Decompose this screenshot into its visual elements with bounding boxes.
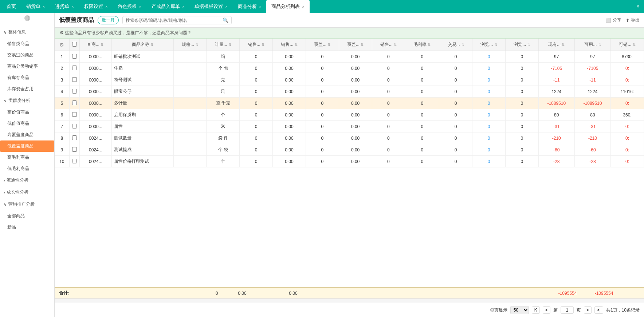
- col-avail[interactable]: 可用... ⇅: [574, 39, 610, 51]
- header-actions: ⬜ 分享 ⬆ 导出: [606, 17, 640, 23]
- tab-purchase[interactable]: 进货单 ×: [50, 0, 79, 13]
- col-checkbox[interactable]: [69, 39, 79, 51]
- sidebar-section-overall[interactable]: ∨ 整体信息: [0, 26, 54, 38]
- row-checkbox[interactable]: [69, 74, 79, 86]
- select-all-checkbox[interactable]: [72, 42, 77, 47]
- tab-template[interactable]: 单据模板设置 ×: [189, 0, 232, 13]
- row-sellable: 11016:: [611, 86, 644, 98]
- row-view1[interactable]: 0: [472, 144, 506, 156]
- sidebar-item-traded-goods[interactable]: 交易过的商品: [0, 49, 54, 61]
- row-view1[interactable]: 0: [472, 98, 506, 109]
- sidebar-item-stock-goods[interactable]: 有库存商品: [0, 72, 54, 83]
- share-button[interactable]: ⬜ 分享: [606, 17, 621, 23]
- col-unit[interactable]: 计量... ⇅: [207, 39, 240, 51]
- row-checkbox[interactable]: [69, 86, 79, 98]
- row-checkbox[interactable]: [69, 121, 79, 132]
- row-sale-amt: 0.00: [273, 63, 306, 74]
- sidebar-item-new-goods[interactable]: 新品: [0, 222, 54, 233]
- row-sale2: 0: [372, 63, 405, 74]
- first-page-button[interactable]: K: [532, 306, 540, 314]
- row-view1[interactable]: 0: [472, 74, 506, 86]
- tab-permission[interactable]: 权限设置 ×: [79, 0, 113, 13]
- row-checkbox[interactable]: [69, 63, 79, 74]
- sidebar-item-high-coverage[interactable]: 高覆盖度商品: [0, 129, 54, 140]
- close-icon[interactable]: ×: [105, 0, 107, 13]
- col-gear[interactable]: ⚙: [55, 39, 69, 51]
- tab-analysis[interactable]: 商品分析 ×: [233, 0, 266, 13]
- next-page-button[interactable]: >: [584, 306, 592, 314]
- sidebar-item-category-rate[interactable]: 商品分类动销率: [0, 61, 54, 72]
- sidebar-item-high-value[interactable]: 高价值商品: [0, 107, 54, 118]
- row-checkbox[interactable]: [69, 98, 79, 109]
- sidebar-item-high-margin[interactable]: 高毛利商品: [0, 152, 54, 163]
- close-icon[interactable]: ×: [71, 0, 74, 13]
- close-icon[interactable]: ×: [302, 0, 304, 13]
- sidebar-section-cluster[interactable]: ∨ 类群度分析: [0, 95, 54, 107]
- row-deal: 0: [439, 132, 472, 144]
- tab-home[interactable]: 首页: [1, 0, 21, 13]
- sidebar-item-all-goods[interactable]: 全部商品: [0, 210, 54, 222]
- row-view1[interactable]: 0: [472, 51, 506, 63]
- row-checkbox[interactable]: [69, 144, 79, 156]
- sidebar-item-sales-goods[interactable]: 销售类商品: [0, 38, 54, 49]
- col-cover1[interactable]: 覆盖... ⇅: [306, 39, 339, 51]
- prev-page-button[interactable]: <: [543, 306, 550, 314]
- row-view1[interactable]: 0: [472, 132, 506, 144]
- col-code[interactable]: ≡ 商... ⇅: [79, 39, 111, 51]
- col-view2[interactable]: 浏览... ⇅: [505, 39, 538, 51]
- col-sale2[interactable]: 销售... ⇅: [372, 39, 405, 51]
- col-stock[interactable]: 现有... ⇅: [538, 39, 574, 51]
- sidebar-collapse-button[interactable]: 《: [24, 15, 30, 21]
- row-view1[interactable]: 0: [472, 109, 506, 121]
- sidebar-item-stock-capital[interactable]: 库存资金占用: [0, 83, 54, 95]
- col-sale-qty[interactable]: 销售... ⇅: [240, 39, 273, 51]
- row-avail: -11: [574, 74, 610, 86]
- col-name[interactable]: 商品名称 ⇅: [111, 39, 173, 51]
- close-icon[interactable]: ×: [225, 0, 227, 13]
- col-spec[interactable]: 规格... ⇅: [173, 39, 207, 51]
- search-input[interactable]: [126, 18, 223, 23]
- horizontal-scrollbar[interactable]: [55, 298, 644, 303]
- row-checkbox[interactable]: [69, 109, 79, 121]
- sidebar-item-low-coverage[interactable]: 低覆盖度商品: [0, 140, 54, 152]
- chevron-down-icon: ∨: [4, 98, 7, 103]
- row-checkbox[interactable]: [69, 156, 79, 167]
- row-checkbox[interactable]: [69, 51, 79, 63]
- row-checkbox[interactable]: [69, 132, 79, 144]
- tab-product-warehouse[interactable]: 产成品入库单 ×: [146, 0, 189, 13]
- row-code: 0000...: [79, 63, 111, 74]
- last-page-button[interactable]: >|: [594, 306, 603, 314]
- page-input[interactable]: [561, 306, 574, 314]
- col-sellable[interactable]: 可销... ⇅: [611, 39, 644, 51]
- row-view1[interactable]: 0: [472, 121, 506, 132]
- row-view1[interactable]: 0: [472, 86, 506, 98]
- row-spec: [173, 86, 207, 98]
- sidebar-item-low-value[interactable]: 低价值商品: [0, 118, 54, 129]
- sidebar-section-growth[interactable]: › 成长性分析: [0, 186, 54, 198]
- col-view1[interactable]: 浏览... ⇅: [472, 39, 506, 51]
- row-sale-amt: 0.00: [273, 51, 306, 63]
- close-icon[interactable]: ×: [139, 0, 141, 13]
- tab-role[interactable]: 角色授权 ×: [113, 0, 146, 13]
- col-sale-amt[interactable]: 销售... ⇅: [273, 39, 306, 51]
- close-icon[interactable]: ×: [43, 0, 45, 13]
- sidebar-section-liquidity[interactable]: › 流通性分析: [0, 174, 54, 186]
- close-icon[interactable]: ×: [182, 0, 184, 13]
- row-view1[interactable]: 0: [472, 156, 506, 167]
- sidebar-item-low-margin[interactable]: 低毛利商品: [0, 163, 54, 174]
- row-name: 符号测试: [111, 74, 173, 86]
- row-view1[interactable]: 0: [472, 63, 506, 74]
- period-button[interactable]: 近一月: [98, 16, 119, 24]
- close-all-tabs-button[interactable]: ×: [633, 3, 643, 10]
- col-cover2[interactable]: 覆盖... ⇅: [339, 39, 372, 51]
- close-icon[interactable]: ×: [259, 0, 261, 13]
- col-gross-rate[interactable]: 毛利率 ⇅: [405, 39, 439, 51]
- sidebar-section-marketing[interactable]: ∨ 营销推广分析: [0, 198, 54, 210]
- row-sale-amt: 0.00: [273, 74, 306, 86]
- per-page-select[interactable]: 50 100 200: [510, 306, 529, 314]
- col-deal[interactable]: 交易... ⇅: [439, 39, 472, 51]
- export-button[interactable]: ⬆ 导出: [626, 17, 640, 23]
- tab-sales[interactable]: 销货单 ×: [21, 0, 50, 13]
- tab-analysis-list[interactable]: 商品分析列表 ×: [266, 0, 309, 13]
- row-cover2: 0.00: [339, 121, 372, 132]
